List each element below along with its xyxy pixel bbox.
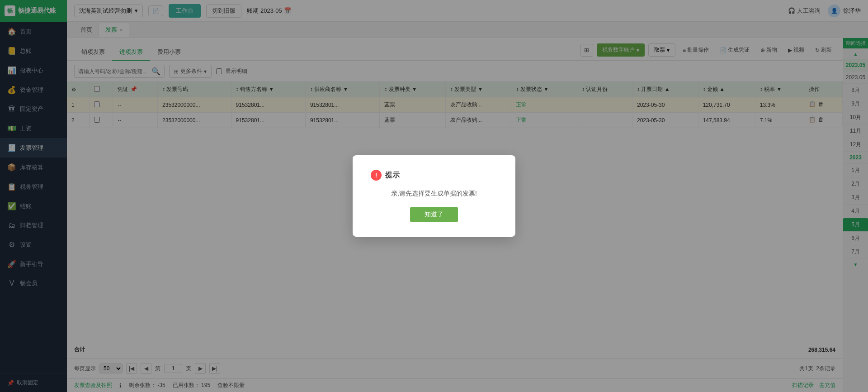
dialog-confirm-button[interactable]: 知道了	[410, 207, 458, 222]
dialog-overlay: ! 提示 亲,请先选择要生成单据的发票! 知道了	[0, 0, 868, 392]
dialog-message: 亲,请先选择要生成单据的发票!	[391, 190, 477, 198]
dialog-title: 提示	[385, 171, 400, 180]
dialog-title-row: ! 提示	[371, 170, 400, 181]
dialog: ! 提示 亲,请先选择要生成单据的发票! 知道了	[353, 155, 515, 237]
warning-icon: !	[371, 170, 382, 181]
